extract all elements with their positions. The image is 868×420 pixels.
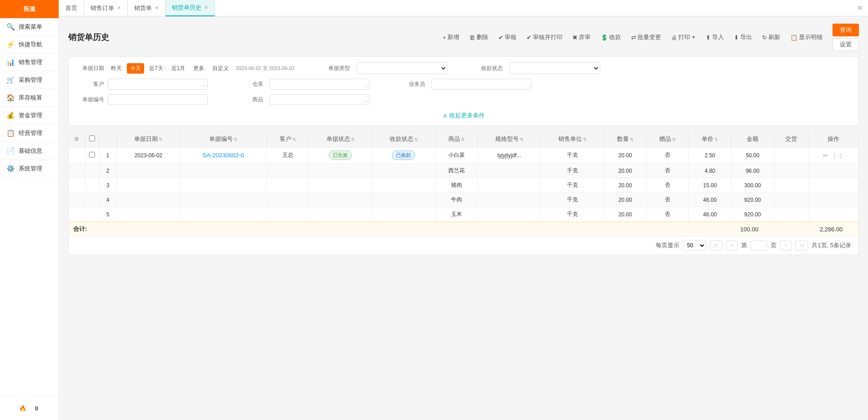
refresh-button[interactable]: ↻ 刷新 [758, 31, 784, 43]
customer-input[interactable] [108, 79, 201, 89]
more-icon[interactable]: ⋮⋮ [831, 152, 844, 159]
last-page-button[interactable]: >| [795, 240, 808, 250]
edit-icon[interactable]: ✏ [823, 152, 828, 159]
search-icon: 🔍 [6, 23, 15, 31]
th-payment-status[interactable]: 收款状态⇅ [372, 131, 435, 147]
td-trade [774, 193, 808, 207]
show-detail-button[interactable]: 📋 显示明细 [787, 31, 826, 43]
toolbar: + 新增 🗑 删除 ✔ 审核 ✔ 审核并打印 ✖ 弃审 [439, 24, 859, 51]
sidebar-item-quick-nav[interactable]: ⚡ 快捷导航 [0, 36, 59, 54]
sidebar-item-purchase-mgmt[interactable]: 🛒 采购管理 [0, 71, 59, 89]
close-tab-sales-order[interactable]: ✕ [117, 5, 121, 11]
row-checkbox[interactable] [89, 152, 95, 158]
export-button[interactable]: ⬇ 导出 [730, 31, 756, 43]
salesperson-input[interactable] [432, 79, 524, 89]
batch-change-button[interactable]: ⇄ 批量变更 [627, 31, 665, 43]
next-page-button[interactable]: > [780, 240, 792, 250]
sidebar-item-search[interactable]: 🔍 搜索菜单 [0, 18, 59, 36]
date-tag-more[interactable]: 更多 [190, 63, 207, 74]
th-row-no [99, 131, 117, 147]
sort-gift-icon: ⇅ [672, 137, 676, 142]
tab-sales-history[interactable]: 销货单历史 ✕ [166, 0, 215, 16]
td-checkbox [85, 147, 99, 164]
receive-icon: 💲 [601, 34, 608, 41]
customer-dots[interactable]: ... [202, 81, 207, 88]
th-unit[interactable]: 销售单位⇅ [541, 131, 604, 147]
tab-home[interactable]: 首页 [59, 0, 84, 16]
sidebar-item-basic-info[interactable]: 📄 基础信息 [0, 142, 59, 160]
date-tag-today[interactable]: 今天 [127, 63, 144, 74]
query-button[interactable]: 查询 [833, 24, 859, 36]
refresh-icon: ↻ [762, 34, 767, 41]
tab-sales-goods[interactable]: 销货单 ✕ [128, 0, 166, 16]
date-tag-custom[interactable]: 自定义 [209, 63, 232, 74]
doc-no-input[interactable] [108, 94, 208, 105]
sidebar-item-sys-mgmt[interactable]: ⚙️ 系统管理 [0, 160, 59, 178]
prev-page-button[interactable]: < [726, 240, 738, 250]
td-doc-status [309, 207, 372, 222]
th-doc-date[interactable]: 单据日期⇅ [117, 131, 180, 147]
first-page-button[interactable]: |< [710, 240, 722, 250]
date-tag-7days[interactable]: 近7天 [146, 63, 166, 74]
th-qty[interactable]: 数量⇅ [604, 131, 646, 147]
date-tag-yesterday[interactable]: 昨天 [108, 63, 125, 74]
sort-doc-date-icon: ⇅ [159, 137, 162, 142]
audit-button[interactable]: ✔ 审核 [495, 31, 520, 43]
close-tab-sales-goods[interactable]: ✕ [155, 5, 159, 11]
collapse-button[interactable]: ∧ 收起更多条件 [76, 110, 851, 120]
th-spec[interactable]: 规格型号⇅ [477, 131, 541, 147]
td-doc-no [180, 207, 266, 222]
sidebar-item-inventory[interactable]: 🏠 库存核算 [0, 89, 59, 107]
th-customer[interactable]: 客户⇅ [266, 131, 309, 147]
th-doc-status[interactable]: 单据状态⇅ [309, 131, 372, 147]
td-doc-no [180, 178, 266, 193]
audit-print-button[interactable]: ✔ 审核并打印 [523, 31, 566, 43]
sort-doc-status-icon: ⇅ [351, 137, 355, 142]
close-all-tabs[interactable]: ✕ [851, 4, 868, 12]
add-button[interactable]: + 新增 [439, 31, 463, 43]
delete-button[interactable]: 🗑 删除 [466, 31, 492, 43]
sidebar-bottom-actions[interactable]: 🔥 ⏸ [0, 400, 59, 416]
goods-dots[interactable]: ... [364, 96, 369, 103]
setting-button[interactable]: 设置 [833, 38, 859, 51]
sort-spec-icon: ⇅ [520, 137, 523, 142]
close-tab-sales-history[interactable]: ✕ [204, 5, 208, 10]
receive-button[interactable]: 💲 收款 [597, 31, 625, 43]
inventory-icon: 🏠 [6, 94, 15, 102]
sidebar-item-funds-mgmt[interactable]: 💰 资金管理 [0, 107, 59, 125]
th-gear[interactable]: ⚙ [69, 131, 85, 147]
td-payment-status [372, 193, 435, 207]
import-button[interactable]: ⬆ 导入 [702, 31, 728, 43]
td-price: 4.80 [689, 164, 731, 178]
td-amount: 300.00 [731, 178, 774, 193]
doc-no-link[interactable]: SA-20230602-0 [202, 152, 244, 159]
th-gift[interactable]: 赠品⇅ [647, 131, 689, 147]
select-all-checkbox[interactable] [89, 135, 95, 141]
warehouse-input[interactable] [270, 79, 362, 89]
print-button[interactable]: 🖨 打印 ▼ [667, 31, 699, 43]
tab-sales-order[interactable]: 销售订单 ✕ [84, 0, 128, 16]
td-trade [774, 178, 808, 193]
page-title: 销货单历史 [68, 32, 109, 43]
th-price[interactable]: 单价⇅ [689, 131, 731, 147]
td-gear [69, 164, 85, 178]
salesperson-dots[interactable]: ... [526, 81, 531, 88]
doc-type-select[interactable] [356, 62, 447, 74]
summary-values: 100.00 2,286.00 [110, 226, 854, 233]
abandon-button[interactable]: ✖ 弃审 [569, 31, 594, 43]
td-spec [477, 164, 541, 178]
th-goods[interactable]: 商品⇅ [435, 131, 477, 147]
td-qty: 20.00 [604, 164, 646, 178]
sidebar-item-sales-mgmt[interactable]: 📊 销售管理 [0, 54, 59, 71]
td-doc-status: 已生效 [309, 147, 372, 164]
payment-status-select[interactable] [509, 62, 600, 74]
td-checkbox [85, 207, 99, 222]
per-page-select[interactable]: 50 100 200 [683, 240, 706, 251]
current-page-input[interactable]: 1 [751, 240, 767, 250]
td-price: 15.00 [689, 178, 731, 193]
sidebar-item-ops-mgmt[interactable]: 📋 经营管理 [0, 125, 59, 142]
th-doc-no[interactable]: 单据编号⇅ [180, 131, 266, 147]
goods-input[interactable] [270, 95, 362, 105]
date-tag-1month[interactable]: 近1月 [168, 63, 189, 74]
warehouse-dots[interactable]: ... [364, 81, 369, 88]
